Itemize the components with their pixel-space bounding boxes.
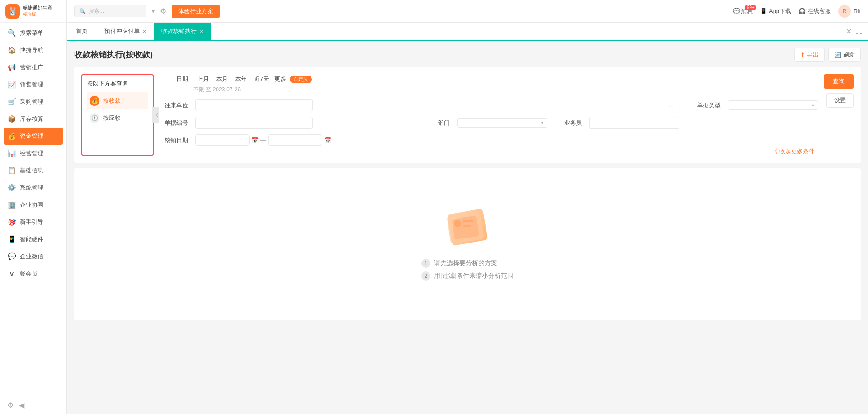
filter-scheme-title: 按以下方案查询 [87, 80, 148, 88]
export-btn[interactable]: ⬆ 导出 [794, 48, 825, 62]
sales-icon: 📈 [7, 81, 16, 89]
topbar-right: 💬 消息 99+ 📱 App下载 🎧 在线客服 R Rit [733, 5, 861, 18]
date-custom-badge[interactable]: 自定义 [290, 76, 312, 83]
refresh-label: 刷新 [843, 51, 855, 59]
empty-hint-1: 1 请先选择要分析的方案 [421, 259, 514, 268]
doc-no-input[interactable] [195, 117, 313, 129]
setting-btn[interactable]: 设置 [826, 93, 854, 108]
calendar-start-icon[interactable]: 📅 [251, 137, 259, 143]
empty-hint-2: 2 用[过滤]条件来缩小分析范围 [421, 271, 514, 281]
date-range-separator: — [260, 137, 266, 143]
filter-fields: 日期 上月 本月 本年 近7天 更多 自定义 不限 至 2023-0 [161, 74, 854, 156]
date-no-limit-text: 不限 至 2023-07-26 [193, 86, 241, 94]
doc-no-input-wrap [195, 117, 425, 129]
app-download-link[interactable]: 📱 App下载 [760, 7, 791, 15]
finance-icon: 💰 [7, 132, 16, 140]
query-btn[interactable]: 查询 [824, 74, 854, 89]
app-logo: 🐰 畅捷通好生意 标准版 [0, 0, 66, 23]
content-area: 收款核销执行(按收款) ⬆ 导出 🔄 刷新 按以下方案查询 💰 按收款 [67, 41, 868, 414]
sidebar-label-enterprise: 企业协同 [20, 201, 43, 209]
date-shortcut-last7days[interactable]: 近7天 [252, 74, 271, 84]
topbar-search-box[interactable]: 🔍 搜索... [74, 5, 146, 17]
partner-label: 往来单位 [161, 101, 188, 109]
page-header: 收款核销执行(按收款) ⬆ 导出 🔄 刷新 [74, 48, 861, 62]
calendar-end-icon[interactable]: 📅 [324, 137, 331, 143]
date-shortcut-more[interactable]: 更多 [274, 75, 286, 83]
verify-date-end-input[interactable]: 2023-07-21 [268, 134, 322, 146]
verify-date-start-input[interactable]: 2023-03-01 [195, 134, 250, 146]
tab-prepay-close[interactable]: ✕ [142, 29, 146, 34]
collapse-label: 收起更多条件 [779, 148, 815, 156]
date-shortcut-last-month[interactable]: 上月 [195, 74, 211, 84]
tab-receipt-verify[interactable]: 收款核销执行 ✕ [154, 23, 211, 40]
tab-prepay[interactable]: 预付冲应付单 ✕ [97, 23, 154, 40]
topbar-gear-icon[interactable]: ⚙ [160, 7, 166, 15]
partner-dots-icon: ··· [669, 102, 674, 109]
date-shortcut-group: 上月 本月 本年 近7天 更多 自定义 [195, 74, 818, 84]
sidebar-item-quick-nav[interactable]: 🏠 快捷导航 [0, 42, 66, 59]
sidebar-label-guide: 新手引导 [20, 218, 43, 226]
sidebar-item-enterprise[interactable]: 🏢 企业协同 [0, 196, 66, 214]
sidebar-item-base-info[interactable]: 📋 基础信息 [0, 162, 66, 179]
partner-input-wrap: ··· [195, 99, 677, 111]
sidebar-item-search-menu[interactable]: 🔍 搜索菜单 [0, 24, 66, 42]
sidebar-item-guide[interactable]: 🎯 新手引导 [0, 214, 66, 231]
topbar-dropdown-icon[interactable]: ▾ [152, 8, 155, 14]
svg-point-2 [454, 220, 461, 227]
empty-hints: 1 请先选择要分析的方案 2 用[过滤]条件来缩小分析范围 [421, 259, 514, 284]
sidebar-item-operation[interactable]: 📊 经营管理 [0, 145, 66, 162]
tab-expand-icon[interactable]: ⛶ [855, 27, 863, 35]
empty-hint-1-text: 请先选择要分析的方案 [434, 259, 497, 267]
app-download-label: App下载 [769, 7, 791, 15]
industry-btn[interactable]: 体验行业方案 [172, 5, 220, 18]
collapse-more-btn[interactable]: 《 收起更多条件 [161, 148, 818, 156]
user-info[interactable]: R Rit [838, 5, 861, 18]
online-service-link[interactable]: 🎧 在线客服 [798, 7, 831, 15]
dept-arrow-icon: ▾ [541, 120, 543, 125]
sidebar-item-marketing[interactable]: 📢 营销推广 [0, 59, 66, 76]
filter-row-docno-dept-staff: 单据编号 部门 ▾ 业务员 [161, 117, 818, 129]
username: Rit [854, 8, 861, 14]
tab-receipt-verify-close[interactable]: ✕ [199, 29, 203, 34]
filter-option-by-receivable[interactable]: 🕐 按应收 [87, 109, 148, 127]
tab-home[interactable]: 首页 [67, 23, 97, 40]
partner-input[interactable] [195, 99, 313, 111]
filter-row-date-nolimit: 不限 至 2023-07-26 [161, 86, 818, 94]
sidebar-label-purchase: 采购管理 [20, 98, 43, 106]
tab-close-all-icon[interactable]: ✕ [846, 27, 852, 36]
sidebar-label-sales: 销售管理 [20, 81, 43, 89]
refresh-btn[interactable]: 🔄 刷新 [828, 48, 861, 62]
refresh-icon: 🔄 [834, 52, 841, 58]
sidebar-item-hardware[interactable]: 📱 智能硬件 [0, 231, 66, 248]
sidebar-label-system: 系统管理 [20, 184, 43, 192]
staff-input[interactable] [589, 117, 679, 129]
export-icon: ⬆ [800, 52, 805, 58]
sidebar-item-inventory[interactable]: 📦 库存核算 [0, 110, 66, 128]
member-icon: V [7, 271, 16, 277]
sidebar-item-member[interactable]: V 畅会员 [0, 265, 66, 282]
sidebar-item-sales[interactable]: 📈 销售管理 [0, 76, 66, 93]
service-icon: 🎧 [798, 8, 806, 14]
settings-bottom-icon[interactable]: ⚙ [7, 401, 14, 409]
date-shortcut-this-month[interactable]: 本月 [214, 74, 230, 84]
dept-select[interactable]: ▾ [457, 118, 547, 128]
sidebar-item-finance[interactable]: 💰 资金管理 [4, 128, 63, 145]
sidebar-item-system[interactable]: ⚙️ 系统管理 [0, 179, 66, 196]
message-wrap[interactable]: 💬 消息 99+ [733, 7, 753, 15]
sidebar-item-purchase[interactable]: 🛒 采购管理 [0, 93, 66, 110]
filter-panel-collapse-btn[interactable]: 《 [152, 107, 159, 123]
doc-type-arrow-icon: ▾ [812, 103, 814, 108]
tab-receipt-verify-label: 收款核销执行 [161, 27, 197, 35]
logo-icon: 🐰 [5, 4, 20, 19]
receivable-option-label: 按应收 [103, 114, 121, 122]
staff-dots-icon: ··· [810, 119, 815, 126]
empty-state: 1 请先选择要分析的方案 2 用[过滤]条件来缩小分析范围 [74, 168, 861, 320]
date-shortcut-this-year[interactable]: 本年 [233, 74, 249, 84]
sidebar-item-wechat[interactable]: 💬 企业微信 [0, 248, 66, 265]
filter-option-by-receipt[interactable]: 💰 按收款 [87, 92, 148, 109]
purchase-icon: 🛒 [7, 98, 16, 106]
filter-row-verify-date: 核销日期 2023-03-01 📅 — 2023-07-21 📅 [161, 134, 818, 146]
sidebar-label-member: 畅会员 [20, 270, 38, 278]
collapse-sidebar-icon[interactable]: ◀ [19, 401, 24, 409]
doc-type-select[interactable]: ▾ [728, 100, 818, 110]
